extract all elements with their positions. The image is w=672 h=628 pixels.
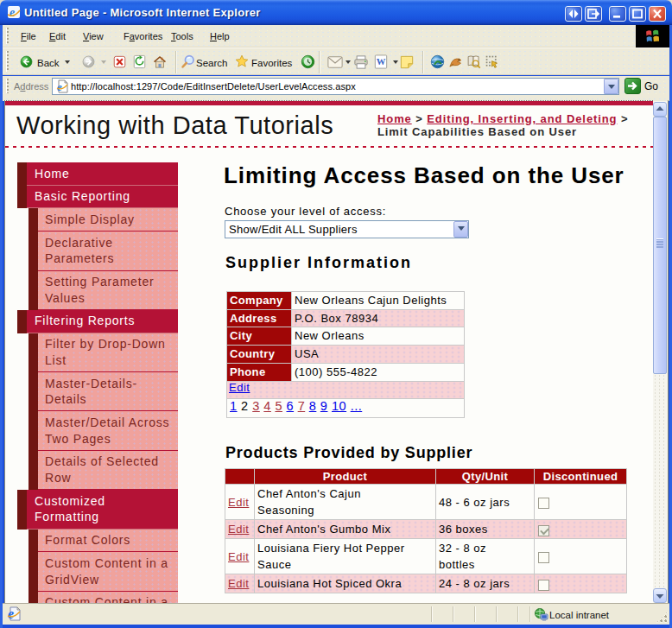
svg-text:e: e (57, 80, 62, 93)
svg-text:W: W (377, 58, 386, 67)
svg-text:e: e (10, 6, 15, 19)
svg-text:e: e (8, 606, 14, 621)
